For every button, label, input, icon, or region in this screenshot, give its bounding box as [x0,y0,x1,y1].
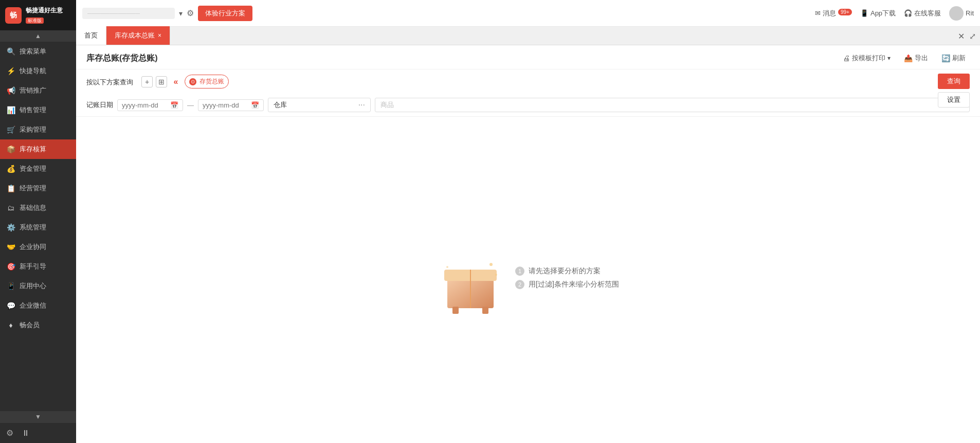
sidebar-item-marketing[interactable]: 📢 营销推广 [0,81,76,100]
filter-area: 按以下方案查询 + ⊞ « ⊙ 存货总账 查询 设置 [76,69,980,94]
sidebar-item-corp[interactable]: 🤝 企业协同 [0,237,76,257]
hint-num-1: 1 [515,267,524,276]
tab-home[interactable]: 首页 [76,26,106,45]
sidebar: 畅 畅捷通好生意 标准版 ▲ 🔍 搜索菜单 ⚡ 快捷导航 📢 营销推广 📊 销售… [0,0,76,443]
date-filter-row: 记账日期 📅 — 📅 仓库 ··· 商品 ··· [76,94,980,117]
date-start-input[interactable] [122,101,168,109]
audio-icon[interactable]: ⏸ [22,429,30,438]
sidebar-logo: 畅 畅捷通好生意 标准版 [0,0,76,30]
hint-num-2: 2 [515,280,524,289]
appstore-icon: 📱 [6,281,15,291]
trial-button[interactable]: 体验行业方案 [198,6,252,21]
scheme-dot-icon: ⊙ [189,78,196,85]
content-area: 库存总账(存货总账) 🖨 按模板打印 ▾ 📤 导出 🔄 刷新 按以下方案查 [76,45,980,443]
messages-item[interactable]: ✉ 消息 99+ [815,9,852,18]
svg-rect-6 [482,307,488,314]
logo-text: 畅捷通好生意 标准版 [26,6,63,24]
purchase-icon: 🛒 [6,125,15,134]
settings-icon[interactable]: ⚙ [6,428,13,438]
sidebar-item-purchase[interactable]: 🛒 采购管理 [0,120,76,139]
sidebar-item-shortcut[interactable]: ⚡ 快捷导航 [0,61,76,81]
sales-icon: 📊 [6,105,15,115]
filter-label: 按以下方案查询 [86,78,133,87]
sidebar-item-sales[interactable]: 📊 销售管理 [0,100,76,120]
panel-close-icon[interactable]: ✕ [958,31,965,41]
empty-illustration [437,249,499,311]
system-icon: ⚙️ [6,223,15,232]
sidebar-scroll-up[interactable]: ▲ [0,30,76,42]
inventory-icon: 📦 [6,145,15,154]
sidebar-item-inventory[interactable]: 📦 库存核算 [0,139,76,159]
corp-icon: 🤝 [6,242,15,252]
sidebar-footer: ⚙ ⏸ [0,422,76,443]
calendar-start-icon[interactable]: 📅 [170,101,178,109]
basic-icon: 🗂 [6,203,15,212]
warehouse-select[interactable]: 仓库 ··· [268,98,371,112]
user-avatar [949,6,964,21]
print-button[interactable]: 🖨 按模板打印 ▾ [839,51,895,65]
filter-schema-button[interactable]: ⊞ [156,76,167,87]
topbar-right: ✉ 消息 99+ 📱 App下载 🎧 在线客服 Rit [815,6,974,21]
empty-state: 1 请先选择要分析的方案 2 用[过滤]条件来缩小分析范围 [76,117,980,443]
refresh-button[interactable]: 🔄 刷新 [937,51,970,65]
topbar-search-box: ──────────── [82,8,175,19]
print-dropdown-icon[interactable]: ▾ [887,55,891,62]
topbar-dropdown-icon[interactable]: ▾ [179,9,183,17]
calendar-end-icon[interactable]: 📅 [251,101,259,109]
online-service-item[interactable]: 🎧 在线客服 [904,9,941,18]
date-dash: — [187,101,194,109]
message-icon: ✉ [815,9,821,17]
sidebar-scroll-down[interactable]: ▼ [0,411,76,422]
empty-text: 1 请先选择要分析的方案 2 用[过滤]条件来缩小分析范围 [515,267,619,293]
page-header: 库存总账(存货总账) 🖨 按模板打印 ▾ 📤 导出 🔄 刷新 [76,45,980,69]
sidebar-item-operation[interactable]: 📋 经营管理 [0,179,76,198]
newbie-icon: 🎯 [6,262,15,271]
sidebar-item-search[interactable]: 🔍 搜索菜单 [0,42,76,61]
export-icon: 📤 [904,54,913,62]
headset-icon: 🎧 [904,9,912,17]
warehouse-more-icon[interactable]: ··· [358,100,365,110]
date-end-input[interactable] [203,101,249,109]
panel-expand-icon[interactable]: ⤢ [969,31,976,41]
topbar-gear-icon[interactable]: ⚙ [187,8,194,18]
user-item[interactable]: Rit [949,6,974,21]
topbar-nav: ──────────── ▾ ⚙ 体验行业方案 [82,6,810,21]
tab-close-icon[interactable]: × [158,32,161,39]
scheme-item[interactable]: ⊙ 存货总账 [185,75,229,88]
page-title: 库存总账(存货总账) [86,53,158,64]
page-header-actions: 🖨 按模板打印 ▾ 📤 导出 🔄 刷新 [839,51,970,65]
date-label: 记账日期 [86,100,113,110]
marketing-icon: 📢 [6,86,15,95]
main-area: ──────────── ▾ ⚙ 体验行业方案 ✉ 消息 99+ 📱 App下载… [76,0,980,443]
wechat-icon: 💬 [6,301,15,310]
search-button[interactable]: 查询 [938,74,970,89]
sidebar-item-appstore[interactable]: 📱 应用中心 [0,276,76,296]
tab-inventory-ledger[interactable]: 库存成本总账 × [106,26,170,45]
search-icon: 🔍 [6,47,15,56]
svg-point-9 [446,266,448,268]
date-end-wrap: 📅 [198,99,264,111]
shortcut-icon: ⚡ [6,66,15,76]
filter-collapse-button[interactable]: « [170,76,182,87]
settings-button[interactable]: 设置 [938,92,970,108]
topbar: ──────────── ▾ ⚙ 体验行业方案 ✉ 消息 99+ 📱 App下载… [76,0,980,27]
sidebar-item-newbie[interactable]: 🎯 新手引导 [0,257,76,276]
sidebar-item-system[interactable]: ⚙️ 系统管理 [0,218,76,237]
svg-point-7 [489,263,493,266]
commodity-select[interactable]: 商品 ··· [375,98,970,112]
phone-icon: 📱 [860,9,868,17]
sidebar-item-vip[interactable]: ♦ 畅会员 [0,315,76,335]
sidebar-item-basic[interactable]: 🗂 基础信息 [0,198,76,218]
svg-rect-5 [452,307,459,314]
app-download-item[interactable]: 📱 App下载 [860,9,896,18]
filter-add-button[interactable]: + [141,76,153,87]
sidebar-item-wechat[interactable]: 💬 企业微信 [0,296,76,315]
date-start-wrap: 📅 [117,99,183,111]
svg-point-8 [495,274,497,276]
action-buttons-col: 查询 设置 [938,74,970,108]
export-button[interactable]: 📤 导出 [900,51,932,65]
vip-icon: ♦ [6,321,15,330]
sidebar-item-finance[interactable]: 💰 资金管理 [0,159,76,179]
finance-icon: 💰 [6,164,15,173]
tabbar: 首页 库存成本总账 × ✕ ⤢ [76,27,980,45]
